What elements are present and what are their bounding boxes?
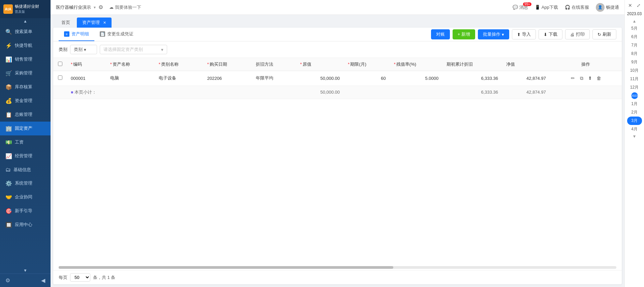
month-8[interactable]: 8月	[627, 50, 642, 58]
refresh-label: 刷新	[603, 31, 611, 37]
month-2[interactable]: 2月	[627, 108, 642, 117]
sidebar-item-management[interactable]: 📈 经营管理	[0, 149, 51, 163]
sub-tabs-bar: ≡ 资产明细 📄 变更生成凭证 对账 + 新增	[53, 28, 622, 41]
app-download-btn[interactable]: 📱 App下载	[535, 4, 558, 10]
tab-close-icon[interactable]: ✕	[103, 21, 106, 25]
table-row: 000001 电脑 电子设备 202206 年限平均 50,000.00 60 …	[53, 71, 622, 86]
filter-category-type-select[interactable]: 类别 ▾	[70, 45, 97, 54]
row-depreciation-method: 年限平均	[252, 71, 296, 86]
subtotal-label: ■ 本页小计：	[67, 86, 296, 99]
edit-icon[interactable]: ✏	[569, 74, 577, 82]
sidebar-item-ledger[interactable]: 📋 总账管理	[0, 108, 51, 122]
month-5[interactable]: 5月	[627, 24, 642, 33]
new-button[interactable]: + 新增	[453, 29, 475, 39]
message-btn[interactable]: 💬 消息 99+	[513, 4, 528, 10]
sidebar-item-capital[interactable]: 💰 资金管理	[0, 94, 51, 108]
th-period-months: *期限(月)	[344, 58, 390, 71]
month-1[interactable]: 1月	[627, 100, 642, 108]
batch-ops-label: 批量操作	[483, 31, 500, 37]
online-service-btn[interactable]: 🎧 在线客服	[565, 4, 589, 10]
experience-btn[interactable]: ☁ 我要体验一下	[106, 4, 145, 10]
sidebar-item-payroll[interactable]: 💵 工资	[0, 135, 51, 149]
collapse-sidebar-icon[interactable]: ◀	[41, 277, 45, 284]
chevron-down-icon: ▾	[84, 47, 86, 52]
basic-info-icon: 🗂	[5, 167, 11, 173]
right-panel: ✕ ⤢ 2023.03 ▲ 5月 6月 7月 8月 9月 10月 11月 12月…	[624, 0, 644, 287]
sidebar-item-label: 采购管理	[15, 70, 32, 76]
user-profile[interactable]: 👤 畅捷通	[596, 3, 619, 12]
month-4[interactable]: 4月	[627, 125, 642, 133]
row-category-name: 电子设备	[155, 71, 203, 86]
sidebar: AtA 畅捷通好业财 普及版 ▲ 🔍 搜索菜单 ⚡ 快捷导航 📊 销售管理 🛒 …	[0, 0, 51, 287]
panel-close-button[interactable]: ✕	[626, 2, 634, 9]
capital-icon: 💰	[5, 98, 12, 104]
sidebar-item-search[interactable]: 🔍 搜索菜单	[0, 25, 51, 39]
sidebar-item-purchase[interactable]: 🛒 采购管理	[0, 66, 51, 80]
tabs-bar: 首页 资产管理 ✕	[51, 15, 624, 28]
page-content: ≡ 资产明细 📄 变更生成凭证 对账 + 新增	[53, 28, 622, 284]
tab-home[interactable]: 首页	[56, 18, 75, 28]
chevron-down-icon[interactable]: ▾	[94, 5, 96, 10]
asset-table: *编码 *资产名称 *类别名称 *购买日期 折旧方法 *原值 *期限(月) *残…	[53, 58, 622, 99]
reconcile-button[interactable]: 对账	[431, 29, 450, 39]
filter-category-input[interactable]: 请选择固定资产类别 ▾	[100, 45, 167, 54]
sub-tab-change-voucher[interactable]: 📄 变更生成凭证	[94, 28, 139, 41]
avatar: 👤	[596, 3, 605, 12]
year-2023-dot[interactable]: 2023	[631, 92, 638, 99]
scrollbar-thumb[interactable]	[59, 266, 393, 269]
sales-icon: 📊	[5, 56, 12, 63]
sidebar-item-inventory[interactable]: 📦 库存核算	[0, 80, 51, 94]
topbar-settings-icon[interactable]: ⚙	[98, 4, 103, 10]
sidebar-item-guide[interactable]: 🎯 新手引导	[0, 204, 51, 218]
month-3-active[interactable]: 3月	[627, 117, 642, 125]
management-icon: 📈	[5, 153, 12, 159]
sub-tab-asset-detail[interactable]: ≡ 资产明细	[59, 28, 94, 41]
sidebar-item-system[interactable]: ⚙️ 系统管理	[0, 177, 51, 190]
sidebar-item-label: 固定资产	[15, 125, 32, 131]
settings-bottom-icon[interactable]: ⚙	[5, 277, 10, 284]
th-operations: 操作	[550, 58, 622, 71]
pagination-total-label: 条，共 1 条	[93, 275, 115, 281]
sidebar-item-label: 资金管理	[15, 98, 32, 104]
sidebar-scroll-down[interactable]: ▼	[0, 267, 51, 274]
batch-ops-button[interactable]: 批量操作 ▾	[478, 29, 509, 39]
subtotal-net-value: 42,874.97	[502, 86, 550, 99]
print-button[interactable]: 🖨 打印	[565, 29, 590, 39]
sidebar-item-sales[interactable]: 📊 销售管理	[0, 53, 51, 66]
sidebar-item-fixed-assets[interactable]: 🏢 固定资产	[0, 122, 51, 135]
pagination-per-page-select[interactable]: 50 10 20 100	[70, 273, 90, 282]
upload-icon[interactable]: ⬆	[586, 74, 594, 82]
pagination-per-page-label: 每页	[59, 275, 67, 281]
month-6[interactable]: 6月	[627, 33, 642, 41]
app-center-icon: 🔲	[5, 222, 12, 228]
panel-expand-button[interactable]: ⤢	[635, 2, 643, 9]
topbar: 医疗器械行业演示 ▾ ⚙ ☁ 我要体验一下 💬 消息 99+ 📱 App下载 🎧…	[51, 0, 624, 15]
panel-nav-down[interactable]: ▼	[632, 133, 637, 139]
month-10[interactable]: 10月	[627, 66, 642, 75]
select-all-checkbox[interactable]	[58, 62, 62, 66]
month-11[interactable]: 11月	[627, 75, 642, 83]
sidebar-item-quick-nav[interactable]: ⚡ 快捷导航	[0, 39, 51, 53]
tab-asset-mgmt[interactable]: 资产管理 ✕	[77, 18, 112, 28]
panel-nav-up[interactable]: ▲	[632, 18, 637, 24]
sidebar-item-label: 新手引导	[15, 208, 32, 214]
download-button[interactable]: ⬇ 下载	[539, 29, 562, 39]
chevron-down-icon: ▾	[502, 32, 504, 37]
sidebar-item-label: 应用中心	[15, 222, 32, 228]
row-checkbox[interactable]	[58, 75, 62, 80]
month-7[interactable]: 7月	[627, 41, 642, 50]
new-label: + 新增	[458, 31, 470, 37]
month-12[interactable]: 12月	[627, 83, 642, 92]
copy-icon[interactable]: ⧉	[578, 75, 585, 82]
sidebar-item-app-center[interactable]: 🔲 应用中心	[0, 218, 51, 232]
sidebar-item-basic-info[interactable]: 🗂 基础信息	[0, 163, 51, 177]
horizontal-scrollbar[interactable]	[59, 266, 616, 269]
sidebar-item-cooperation[interactable]: 🤝 企业协同	[0, 190, 51, 204]
sub-tab-change-voucher-label: 变更生成凭证	[107, 31, 133, 37]
delete-icon[interactable]: 🗑	[595, 74, 603, 82]
sidebar-scroll-up[interactable]: ▲	[0, 18, 51, 24]
refresh-button[interactable]: ↻ 刷新	[592, 29, 616, 39]
import-button[interactable]: ⬆ 导入	[512, 29, 536, 39]
row-operations: ✏ ⧉ ⬆ 🗑	[550, 71, 622, 86]
month-9[interactable]: 9月	[627, 58, 642, 66]
